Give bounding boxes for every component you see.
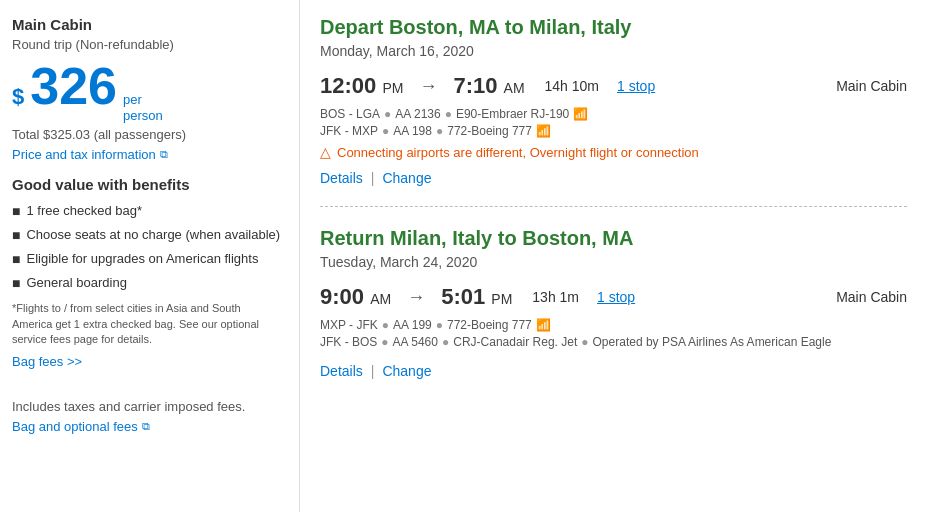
return-action-row: Details | Change (320, 363, 907, 379)
return-change-link[interactable]: Change (382, 363, 431, 379)
depart-leg2-route: JFK - MXP (320, 124, 378, 138)
arrow-icon: → (419, 76, 437, 97)
depart-flight-row: 12:00 PM → 7:10 AM 14h 10m 1 stop Main C… (320, 73, 907, 99)
bullet-icon-1: ■ (12, 203, 20, 219)
external-link-icon: ⧉ (160, 148, 168, 161)
return-leg2-route: JFK - BOS (320, 335, 377, 349)
return-leg2-flight: AA 5460 (393, 335, 438, 349)
depart-leg1-flight: AA 2136 (395, 107, 440, 121)
depart-change-link[interactable]: Change (382, 170, 431, 186)
sep3: ● (382, 124, 389, 138)
benefit-text-2: Choose seats at no charge (when availabl… (26, 227, 280, 242)
depart-leg1-wifi-icon: 📶 (573, 107, 588, 121)
return-flight-section: Return Milan, Italy to Boston, MA Tuesda… (320, 227, 907, 399)
price-tax-label: Price and tax information (12, 147, 156, 162)
action-sep: | (371, 170, 375, 186)
depart-leg1-aircraft: E90-Embraer RJ-190 (456, 107, 569, 121)
bag-fees-link[interactable]: Bag fees >> (12, 354, 82, 369)
sep6: ● (436, 318, 443, 332)
depart-flight-section: Depart Boston, MA to Milan, Italy Monday… (320, 16, 907, 207)
return-leg2-aircraft: CRJ-Canadair Reg. Jet (453, 335, 577, 349)
return-flight-row: 9:00 AM → 5:01 PM 13h 1m 1 stop Main Cab… (320, 284, 907, 310)
bag-optional-label: Bag and optional fees (12, 419, 138, 434)
right-panel: Depart Boston, MA to Milan, Italy Monday… (300, 0, 927, 512)
return-flight-date: Tuesday, March 24, 2020 (320, 254, 907, 270)
return-route-title: Return Milan, Italy to Boston, MA (320, 227, 907, 250)
return-details-link[interactable]: Details (320, 363, 363, 379)
return-leg2-details: JFK - BOS ● AA 5460 ● CRJ-Canadair Reg. … (320, 335, 907, 349)
bag-optional-fees-link[interactable]: Bag and optional fees ⧉ (12, 419, 150, 434)
depart-action-row: Details | Change (320, 170, 907, 186)
total-price: Total $325.03 (all passengers) (12, 127, 283, 142)
price-amount: 326 (30, 60, 117, 112)
trip-type: Round trip (Non-refundable) (12, 37, 283, 52)
bullet-icon-2: ■ (12, 227, 20, 243)
return-depart-time: 9:00 AM (320, 284, 391, 310)
benefits-title: Good value with benefits (12, 176, 283, 193)
price-row: $ 326 perperson (12, 60, 283, 123)
benefit-item-2: ■ Choose seats at no charge (when availa… (12, 227, 283, 243)
depart-leg1-route: BOS - LGA (320, 107, 380, 121)
depart-leg2-aircraft: 772-Boeing 777 (447, 124, 532, 138)
left-panel: Main Cabin Round trip (Non-refundable) $… (0, 0, 300, 512)
depart-depart-time: 12:00 PM (320, 73, 403, 99)
benefit-text-1: 1 free checked bag* (26, 203, 142, 218)
depart-leg2-flight: AA 198 (393, 124, 432, 138)
return-cabin-label: Main Cabin (836, 289, 907, 305)
sep2: ● (445, 107, 452, 121)
depart-stops-link[interactable]: 1 stop (617, 78, 655, 94)
sep5: ● (382, 318, 389, 332)
depart-cabin-label: Main Cabin (836, 78, 907, 94)
per-person: perperson (123, 92, 163, 123)
depart-leg1-details: BOS - LGA ● AA 2136 ● E90-Embraer RJ-190… (320, 107, 907, 121)
depart-details-link[interactable]: Details (320, 170, 363, 186)
depart-route-title: Depart Boston, MA to Milan, Italy (320, 16, 907, 39)
external-link-icon-2: ⧉ (142, 420, 150, 433)
benefit-item-3: ■ Eligible for upgrades on American flig… (12, 251, 283, 267)
depart-arrive-time: 7:10 AM (453, 73, 524, 99)
warning-triangle-icon: △ (320, 144, 331, 160)
return-arrive-time: 5:01 PM (441, 284, 512, 310)
cabin-type: Main Cabin (12, 16, 283, 33)
return-operated-by: Operated by PSA Airlines As American Eag… (593, 335, 832, 349)
taxes-note: Includes taxes and carrier imposed fees. (12, 399, 283, 414)
footnote: *Flights to / from select cities in Asia… (12, 301, 283, 347)
sep4: ● (436, 124, 443, 138)
sep9: ● (581, 335, 588, 349)
sep1: ● (384, 107, 391, 121)
depart-leg2-details: JFK - MXP ● AA 198 ● 772-Boeing 777 📶 (320, 124, 907, 138)
depart-duration: 14h 10m (545, 78, 599, 94)
return-leg1-wifi-icon: 📶 (536, 318, 551, 332)
return-leg1-flight: AA 199 (393, 318, 432, 332)
benefit-text-3: Eligible for upgrades on American flight… (26, 251, 258, 266)
return-leg1-details: MXP - JFK ● AA 199 ● 772-Boeing 777 📶 (320, 318, 907, 332)
return-leg1-aircraft: 772-Boeing 777 (447, 318, 532, 332)
return-stops-link[interactable]: 1 stop (597, 289, 635, 305)
benefit-item-4: ■ General boarding (12, 275, 283, 291)
dollar-sign: $ (12, 84, 24, 110)
return-arrow-icon: → (407, 287, 425, 308)
return-leg1-route: MXP - JFK (320, 318, 378, 332)
bullet-icon-4: ■ (12, 275, 20, 291)
depart-warning-row: △ Connecting airports are different, Ove… (320, 144, 907, 160)
return-duration: 13h 1m (532, 289, 579, 305)
sep7: ● (381, 335, 388, 349)
return-action-sep: | (371, 363, 375, 379)
sep8: ● (442, 335, 449, 349)
bullet-icon-3: ■ (12, 251, 20, 267)
benefit-text-4: General boarding (26, 275, 126, 290)
price-tax-link[interactable]: Price and tax information ⧉ (12, 147, 168, 162)
depart-warning-text: Connecting airports are different, Overn… (337, 145, 699, 160)
depart-flight-date: Monday, March 16, 2020 (320, 43, 907, 59)
benefit-item-1: ■ 1 free checked bag* (12, 203, 283, 219)
depart-leg2-wifi-icon: 📶 (536, 124, 551, 138)
